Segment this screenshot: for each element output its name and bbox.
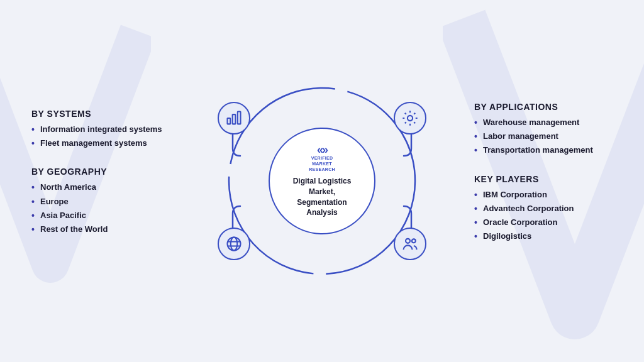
inner-circle: ‹‹›› VERIFIEDMARKETRESEARCH Digital Logi… [269,128,375,234]
globe-icon [225,235,243,253]
list-item: Europe [31,196,170,207]
applications-section: BY APPLICATIONS Warehouse management Lab… [474,102,613,156]
right-panel: BY APPLICATIONS Warehouse management Lab… [474,102,613,260]
svg-point-4 [408,116,413,121]
geography-title: BY GEOGRAPHY [31,167,170,177]
svg-rect-3 [238,112,241,124]
main-container: BY SYSTEMS Information integrated system… [0,0,644,362]
globe-icon-node [218,228,250,260]
svg-rect-1 [228,118,231,124]
list-item: Oracle Corporation [474,217,613,228]
gear-icon-node [394,102,426,134]
list-item: North America [31,182,170,194]
geography-section: BY GEOGRAPHY North America Europe Asia P… [31,167,170,236]
list-item: Labor management [474,131,613,143]
key-players-section: KEY PLAYERS IBM Corporation Advantech Co… [474,174,613,243]
left-panel: BY SYSTEMS Information integrated system… [31,109,170,253]
svg-rect-2 [233,114,236,124]
list-item: Information integrated systems [31,124,170,135]
center-title: Digital Logistics Market, Segmentation A… [293,176,352,218]
bar-chart-icon-node [218,102,250,134]
svg-point-6 [231,238,238,251]
key-players-list: IBM Corporation Advantech Corporation Or… [474,189,613,243]
list-item: Advantech Corporation [474,203,613,214]
vmr-subtitle: VERIFIEDMARKETRESEARCH [309,155,335,172]
list-item: Asia Pacific [31,210,170,221]
list-item: Transportation management [474,145,613,156]
list-item: Digilogistics [474,231,613,242]
bar-chart-icon [225,109,243,127]
systems-section: BY SYSTEMS Information integrated system… [31,109,170,149]
applications-title: BY APPLICATIONS [474,102,613,112]
systems-list: Information integrated systems Fleet man… [31,124,170,149]
list-item: Fleet management systems [31,138,170,150]
list-item: IBM Corporation [474,189,613,200]
applications-list: Warehouse management Labor management Tr… [474,117,613,156]
systems-title: BY SYSTEMS [31,109,170,119]
gear-icon [401,109,419,127]
svg-point-10 [412,239,416,243]
vmr-logo: ‹‹›› VERIFIEDMARKETRESEARCH [309,144,335,172]
geography-list: North America Europe Asia Pacific Rest o… [31,182,170,236]
svg-point-9 [406,239,410,243]
people-icon [401,235,419,253]
key-players-title: KEY PLAYERS [474,174,613,184]
svg-point-5 [228,238,241,251]
list-item: Rest of the World [31,224,170,235]
center-diagram: ‹‹›› VERIFIEDMARKETRESEARCH Digital Logi… [215,74,429,288]
vmr-chevrons-icon: ‹‹›› [317,144,327,155]
people-icon-node [394,228,426,260]
list-item: Warehouse management [474,117,613,128]
